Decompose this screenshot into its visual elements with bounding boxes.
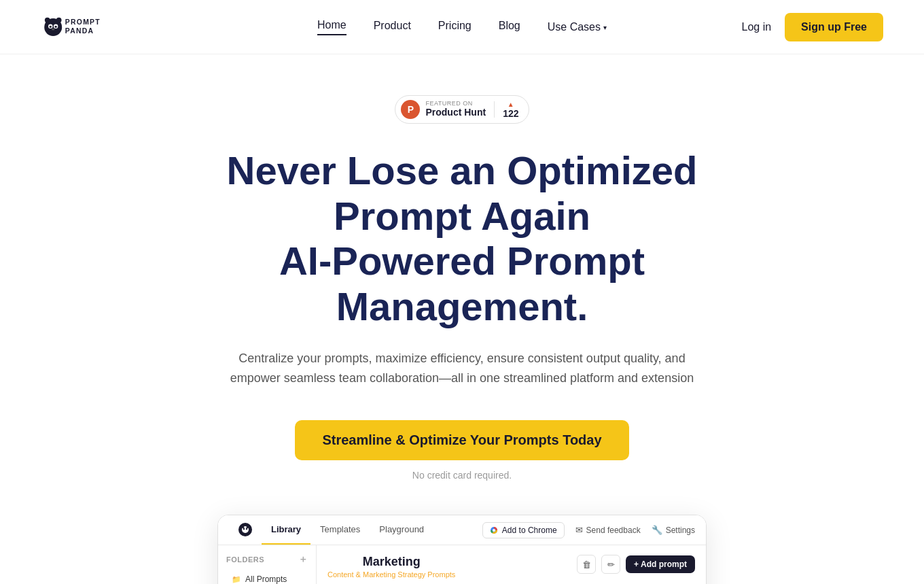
nav-pricing[interactable]: Pricing: [438, 20, 472, 35]
panda-tab-icon: [238, 523, 252, 536]
add-to-chrome-label: Add to Chrome: [502, 526, 557, 535]
app-topbar-actions: Add to Chrome ✉ Send feedback 🔧 Settings: [482, 522, 695, 538]
feedback-icon: ✉: [575, 525, 583, 535]
app-body: Folders ＋ 📁 All Prompts 📁 Marketing: [218, 545, 706, 584]
app-main-header: Marketing Content & Marketing Strategy P…: [327, 555, 695, 579]
delete-icon-btn[interactable]: 🗑: [577, 555, 596, 574]
svg-point-7: [56, 17, 62, 22]
hero-section: P FEATURED ON Product Hunt ▲ 122 Never L…: [0, 54, 924, 584]
send-feedback-label: Send feedback: [586, 526, 641, 535]
app-inner-ui: Library Templates Playground Add to Chro…: [218, 515, 706, 584]
svg-point-14: [247, 526, 249, 528]
app-screenshot: Library Templates Playground Add to Chro…: [217, 515, 707, 584]
app-tab-templates[interactable]: Templates: [310, 515, 370, 545]
sidebar-add-folder-icon[interactable]: ＋: [298, 553, 308, 566]
nav-home[interactable]: Home: [317, 19, 346, 35]
navbar: PROMPT PANDA Home Product Pricing Blog U…: [0, 0, 924, 54]
app-tabs: Library Templates Playground: [229, 515, 433, 545]
no-credit-card-text: No credit card required.: [412, 470, 512, 481]
send-feedback-action[interactable]: ✉ Send feedback: [575, 525, 641, 535]
product-hunt-badge[interactable]: P FEATURED ON Product Hunt ▲ 122: [395, 95, 529, 124]
sidebar-folders-text: Folders: [226, 555, 264, 564]
ph-name: Product Hunt: [425, 107, 486, 118]
app-main-actions: 🗑 ✏ + Add prompt: [577, 555, 695, 574]
product-hunt-text: FEATURED ON Product Hunt: [425, 101, 486, 118]
svg-text:PANDA: PANDA: [65, 27, 94, 35]
nav-actions: Log in Sign up Free: [742, 13, 884, 41]
edit-icon-btn[interactable]: ✏: [601, 555, 620, 574]
app-topbar: Library Templates Playground Add to Chro…: [218, 515, 706, 545]
logo[interactable]: PROMPT PANDA: [41, 10, 129, 45]
nav-use-cases[interactable]: Use Cases ▾: [548, 21, 607, 33]
svg-text:PROMPT: PROMPT: [65, 18, 101, 26]
hero-subtitle: Centralize your prompts, maximize effici…: [214, 349, 710, 388]
svg-point-5: [52, 28, 54, 30]
login-link[interactable]: Log in: [742, 21, 772, 33]
folder-icon: 📁: [232, 575, 241, 584]
app-tab-icon-wrap: [229, 515, 262, 545]
settings-icon: 🔧: [652, 525, 662, 535]
hero-title-line2: AI-Powered Prompt Management.: [279, 239, 645, 328]
svg-point-3: [50, 25, 52, 27]
nav-use-cases-label: Use Cases: [548, 21, 601, 33]
settings-label: Settings: [666, 526, 695, 535]
cta-button[interactable]: Streamline & Optimize Your Prompts Today: [295, 420, 628, 460]
app-section-sub: Content & Marketing Strategy Prompts: [327, 570, 455, 579]
nav-blog[interactable]: Blog: [499, 20, 520, 35]
product-hunt-icon: P: [401, 100, 420, 119]
svg-point-13: [243, 526, 245, 528]
add-prompt-btn[interactable]: + Add prompt: [626, 555, 695, 573]
svg-point-11: [243, 528, 245, 530]
sidebar-folders-label: Folders ＋: [226, 553, 308, 566]
app-tab-playground-label: Playground: [379, 524, 424, 534]
add-to-chrome-btn[interactable]: Add to Chrome: [482, 522, 565, 538]
ph-divider: [494, 101, 495, 118]
chevron-down-icon: ▾: [603, 24, 607, 31]
sidebar-item-all-prompts[interactable]: 📁 All Prompts: [226, 571, 308, 584]
app-sidebar: Folders ＋ 📁 All Prompts 📁 Marketing: [218, 545, 317, 584]
hero-title: Never Lose an Optimized Prompt Again AI-…: [156, 148, 768, 330]
app-main-content: Marketing Content & Marketing Strategy P…: [317, 545, 706, 584]
app-tab-templates-label: Templates: [320, 524, 360, 534]
app-tab-playground[interactable]: Playground: [370, 515, 433, 545]
nav-product[interactable]: Product: [374, 20, 411, 35]
sidebar-folders-section: Folders ＋ 📁 All Prompts 📁 Marketing: [218, 553, 316, 584]
nav-links: Home Product Pricing Blog Use Cases ▾: [317, 19, 607, 35]
svg-point-16: [493, 529, 495, 532]
svg-point-4: [54, 25, 56, 27]
signup-button[interactable]: Sign up Free: [785, 13, 883, 41]
sidebar-item-all-prompts-label: All Prompts: [245, 574, 287, 584]
svg-point-6: [45, 17, 50, 22]
ph-featured-label: FEATURED ON: [425, 101, 472, 107]
app-section-title: Marketing: [327, 555, 455, 569]
app-section-info: Marketing Content & Marketing Strategy P…: [327, 555, 455, 579]
svg-point-12: [246, 528, 248, 530]
app-tab-library[interactable]: Library: [262, 515, 310, 545]
ph-score-wrap: ▲ 122: [503, 101, 518, 118]
ph-arrow-icon: ▲: [508, 101, 514, 108]
ph-score: 122: [503, 109, 518, 118]
settings-action[interactable]: 🔧 Settings: [652, 525, 695, 535]
hero-title-line1: Never Lose an Optimized Prompt Again: [227, 148, 698, 238]
app-tab-library-label: Library: [271, 524, 301, 534]
